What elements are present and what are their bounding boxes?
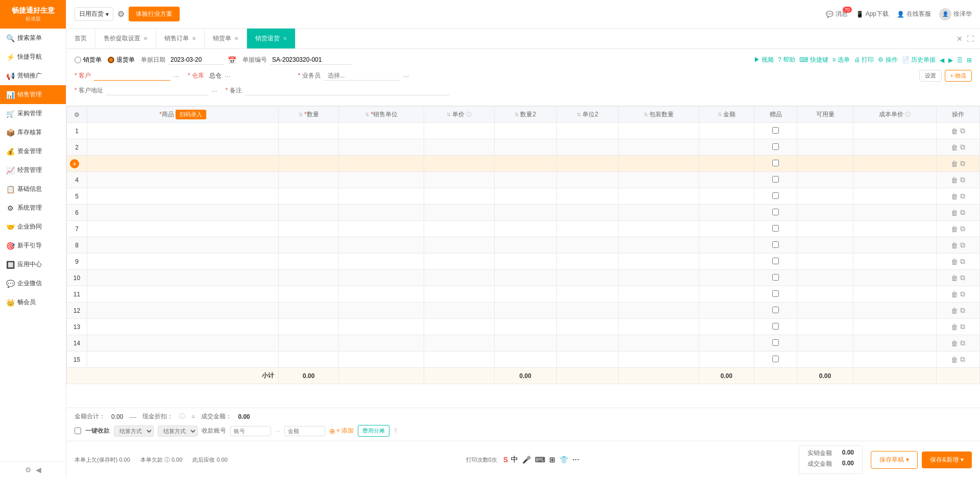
gift-cell-9[interactable]	[754, 254, 797, 270]
pkg-cell-4[interactable]	[619, 172, 699, 188]
gift-checkbox-8[interactable]	[772, 241, 779, 248]
cost-cell-2[interactable]	[853, 139, 937, 156]
gift-cell-2[interactable]	[754, 139, 797, 156]
gift-checkbox-12[interactable]	[772, 307, 779, 313]
delete-row-btn-4[interactable]: 🗑	[951, 175, 958, 184]
tab-close-sales-order[interactable]: ✕	[192, 36, 196, 41]
notification-icon[interactable]: 💬 70 消息	[826, 10, 848, 18]
copy-row-btn-7[interactable]: ⧉	[960, 224, 965, 233]
calendar-icon[interactable]: 📅	[228, 56, 236, 64]
amount-cell-9[interactable]	[699, 254, 754, 270]
discount-help[interactable]: ⓘ	[179, 412, 185, 421]
collapse-icon[interactable]: ◀	[36, 466, 41, 474]
gift-cell-14[interactable]	[754, 335, 797, 351]
save-new-btn[interactable]: 保存&新增 ▾	[922, 451, 972, 468]
online-service-link[interactable]: 👤 在线客服	[897, 10, 931, 18]
available-cell-13[interactable]	[797, 319, 853, 335]
qty2-cell-8[interactable]	[494, 237, 556, 254]
gift-checkbox-7[interactable]	[772, 225, 779, 232]
delete-row-btn-5[interactable]: 🗑	[951, 192, 958, 200]
history-link[interactable]: 📄 历史单据	[902, 56, 936, 64]
settlement-select[interactable]: 结算方式	[114, 425, 154, 437]
price-cell-1[interactable]	[424, 123, 495, 139]
sidebar-item-12[interactable]: 🔲应用中心	[0, 255, 66, 274]
product-input-10[interactable]	[90, 274, 275, 282]
address-input[interactable]	[106, 86, 208, 95]
gift-cell-6[interactable]	[754, 205, 797, 221]
unit-cell-13[interactable]	[339, 319, 424, 335]
amount-cell-13[interactable]	[699, 319, 754, 335]
cost-cell-3[interactable]	[853, 156, 937, 172]
qty-cell-6[interactable]	[279, 205, 339, 221]
gift-checkbox-1[interactable]	[772, 127, 779, 134]
price-cell-13[interactable]	[424, 319, 495, 335]
price-info-icon[interactable]: ⓘ	[466, 111, 472, 117]
delete-row-btn-12[interactable]: 🗑	[951, 306, 958, 315]
qty-cell-5[interactable]	[279, 188, 339, 205]
customer-more-icon[interactable]: ···	[174, 72, 180, 80]
price-cell-12[interactable]	[424, 303, 495, 319]
sidebar-item-13[interactable]: 💬企业微信	[0, 274, 66, 293]
one-click-checkbox[interactable]	[75, 427, 81, 434]
available-cell-8[interactable]	[797, 237, 853, 254]
unit2-cell-12[interactable]	[556, 303, 619, 319]
price-cell-14[interactable]	[424, 335, 495, 351]
tab-close-return[interactable]: ✕	[283, 36, 287, 41]
expense-split-btn[interactable]: 费用分摊	[358, 425, 389, 437]
pkg-cell-9[interactable]	[619, 254, 699, 270]
product-cell-10[interactable]	[87, 270, 279, 286]
copy-row-btn-9[interactable]: ⧉	[960, 257, 965, 266]
qty2-cell-10[interactable]	[494, 270, 556, 286]
copy-row-btn-1[interactable]: ⧉	[960, 127, 965, 135]
unit2-cell-2[interactable]	[556, 139, 619, 156]
available-cell-9[interactable]	[797, 254, 853, 270]
unit-cell-9[interactable]	[339, 254, 424, 270]
zh-icon[interactable]: 中	[511, 455, 518, 464]
sidebar-item-8[interactable]: 📋基础信息	[0, 180, 66, 198]
unit-cell-8[interactable]	[339, 237, 424, 254]
qty2-cell-7[interactable]	[494, 221, 556, 237]
qty-cell-12[interactable]	[279, 303, 339, 319]
logistics-btn[interactable]: + 物流	[945, 70, 972, 82]
product-input-8[interactable]	[90, 241, 275, 249]
unit2-cell-14[interactable]	[556, 335, 619, 351]
gift-cell-3[interactable]	[754, 156, 797, 172]
qty-cell-13[interactable]	[279, 319, 339, 335]
cost-cell-5[interactable]	[853, 188, 937, 205]
qty-cell-9[interactable]	[279, 254, 339, 270]
qty-cell-3[interactable]	[279, 156, 339, 172]
available-cell-11[interactable]	[797, 286, 853, 303]
gift-cell-7[interactable]	[754, 221, 797, 237]
radio-return-input[interactable]	[108, 57, 114, 63]
copy-row-btn-11[interactable]: ⧉	[960, 290, 965, 298]
amount-cell-7[interactable]	[699, 221, 754, 237]
product-input-13[interactable]	[90, 323, 275, 331]
ellipsis-icon[interactable]: ···	[275, 427, 280, 435]
qty2-cell-14[interactable]	[494, 335, 556, 351]
unit-cell-7[interactable]	[339, 221, 424, 237]
qty2-cell-13[interactable]	[494, 319, 556, 335]
cost-cell-8[interactable]	[853, 237, 937, 254]
select-link[interactable]: ≡ 选单	[832, 56, 850, 64]
gift-checkbox-13[interactable]	[772, 323, 779, 330]
price-cell-2[interactable]	[424, 139, 495, 156]
expense-help-icon[interactable]: ?	[394, 427, 397, 435]
amount-cell-4[interactable]	[699, 172, 754, 188]
available-cell-15[interactable]	[797, 351, 853, 368]
tab-sales-order[interactable]: 销售订单 ✕	[156, 29, 205, 48]
unit-cell-15[interactable]	[339, 351, 424, 368]
gift-checkbox-15[interactable]	[772, 356, 779, 362]
unit2-cell-1[interactable]	[556, 123, 619, 139]
next-record[interactable]: ▶	[948, 57, 953, 64]
prev-record[interactable]: ◀	[940, 57, 944, 64]
copy-row-btn-13[interactable]: ⧉	[960, 322, 965, 331]
cost-cell-6[interactable]	[853, 205, 937, 221]
pkg-cell-3[interactable]	[619, 156, 699, 172]
pkg-cell-14[interactable]	[619, 335, 699, 351]
tab-price-settings[interactable]: 售价提取设置 ✕	[95, 29, 156, 48]
cost-cell-10[interactable]	[853, 270, 937, 286]
qty-cell-14[interactable]	[279, 335, 339, 351]
product-cell-3[interactable]	[87, 156, 279, 172]
pkg-cell-10[interactable]	[619, 270, 699, 286]
unit2-cell-5[interactable]	[556, 188, 619, 205]
